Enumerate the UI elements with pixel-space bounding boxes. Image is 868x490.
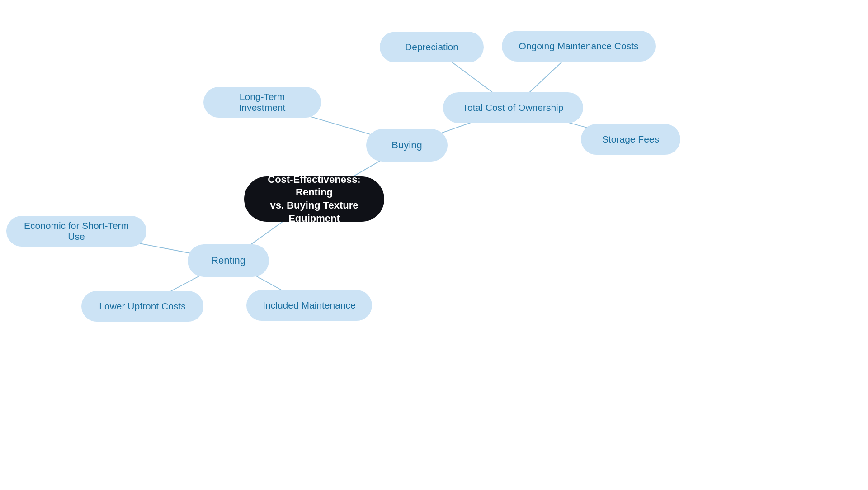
- depreciation-node[interactable]: Depreciation: [380, 32, 484, 62]
- center-node-label: Cost-Effectiveness: Renting vs. Buying T…: [253, 173, 375, 225]
- economic-short-term-node[interactable]: Economic for Short-Term Use: [6, 216, 146, 247]
- storage-fees-label: Storage Fees: [602, 134, 659, 145]
- center-node[interactable]: Cost-Effectiveness: Renting vs. Buying T…: [244, 176, 384, 222]
- ongoing-maintenance-node[interactable]: Ongoing Maintenance Costs: [502, 31, 656, 62]
- total-cost-ownership-node[interactable]: Total Cost of Ownership: [443, 92, 583, 123]
- ongoing-maintenance-label: Ongoing Maintenance Costs: [519, 41, 639, 52]
- long-term-investment-label: Long-Term Investment: [218, 91, 307, 113]
- included-maintenance-node[interactable]: Included Maintenance: [246, 290, 372, 321]
- lower-upfront-costs-label: Lower Upfront Costs: [99, 301, 185, 312]
- economic-short-term-label: Economic for Short-Term Use: [21, 220, 132, 242]
- depreciation-label: Depreciation: [405, 42, 458, 52]
- buying-node[interactable]: Buying: [366, 129, 448, 162]
- buying-label: Buying: [392, 139, 422, 151]
- renting-label: Renting: [211, 255, 245, 266]
- renting-node[interactable]: Renting: [188, 244, 269, 277]
- storage-fees-node[interactable]: Storage Fees: [581, 124, 680, 155]
- included-maintenance-label: Included Maintenance: [263, 300, 355, 311]
- lower-upfront-costs-node[interactable]: Lower Upfront Costs: [81, 291, 203, 322]
- long-term-investment-node[interactable]: Long-Term Investment: [203, 87, 321, 118]
- total-cost-ownership-label: Total Cost of Ownership: [463, 102, 564, 113]
